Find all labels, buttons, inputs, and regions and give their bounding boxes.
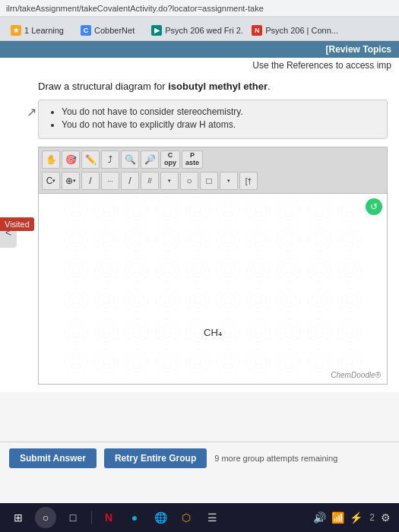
extra-app-icon: ⬡ [182,511,191,524]
double-bond-button[interactable]: // [141,172,159,190]
taskbar-app-extra[interactable]: ⬡ [176,507,197,528]
chemdoodle-watermark: ChemDoodle® [331,371,381,379]
tab-icon-psych206wed: ▶ [151,25,162,36]
task-view-icon: □ [70,511,76,524]
lasso-tool-button[interactable]: ⤴ [101,150,119,169]
taskbar-app-files[interactable]: ☰ [201,507,223,528]
submit-answer-button[interactable]: Submit Answer [9,448,97,468]
task-view-button[interactable]: □ [61,507,85,528]
ring-dropdown-button[interactable]: ▾ [220,172,238,190]
dashed-bond-button[interactable]: ··· [101,172,119,190]
refresh-symbol: ↺ [370,201,378,212]
tab-psych206conn[interactable]: N Psych 206 | Conn... [244,21,343,40]
tab-learning[interactable]: ★ 1 Learning [3,21,71,40]
instruction-2: You do not have to explicitly draw H ato… [62,119,376,130]
references-text: Use the References to access imp [252,60,391,71]
paste-button[interactable]: Paste [182,150,203,169]
taskbar-app-cortana[interactable]: ● [124,507,145,528]
main-content: [Review Topics Use the References to acc… [0,41,399,503]
chrome-icon: 🌐 [154,511,167,524]
tab-label-learning: 1 Learning [24,26,64,35]
svg-rect-3 [61,194,365,384]
retry-group-button[interactable]: Retry Entire Group [104,448,207,468]
zoom-out-button[interactable]: 🔎 [141,150,159,169]
start-icon: ⊞ [14,511,23,524]
atom-tool-button[interactable]: 🎯 [62,150,80,169]
tab-icon-learning: ★ [11,25,21,36]
drawing-canvas[interactable]: ↺ CH₄ ChemDoodle® [39,194,387,384]
copy-button[interactable]: Copy [160,150,180,169]
start-button[interactable]: ⊞ [6,507,30,528]
tab-icon-cobbernet: C [81,25,91,36]
square-ring-button[interactable]: □ [200,172,218,190]
bond-slash-button[interactable]: / [121,172,139,190]
compound-name: isobutyl methyl ether [168,81,268,92]
bottom-bar: Submit Answer Retry Entire Group 9 more … [0,442,399,474]
url-text: ilrn/takeAssignment/takeCovalentActivity… [6,4,264,13]
settings-icon[interactable]: ⚙ [378,510,393,525]
bracket-button[interactable]: [† [239,172,258,190]
taskbar-app-netflix[interactable]: N [98,507,119,528]
taskbar-number: 2 [369,512,375,523]
attempts-remaining-text: 9 more group attempts remaining [214,454,337,463]
tab-label-psych206wed: Psych 206 wed Fri 2... [165,26,242,35]
visited-badge: Visited [0,217,34,231]
instruction-1: You do not have to consider stereochemis… [62,106,376,117]
circle-ring-button[interactable]: ○ [180,172,198,190]
taskbar-search-icon: ○ [43,511,49,524]
address-bar: ilrn/takeAssignment/takeCovalentActivity… [0,0,399,17]
carbon-dropdown-button[interactable]: C▾ [42,172,60,190]
question-text: Draw a structural diagram for isobutyl m… [38,81,388,92]
single-bond-button[interactable]: / [81,172,100,190]
tab-icon-psych206conn: N [252,25,262,36]
instructions-arrow-icon: ↗ [27,105,36,119]
taskbar-separator [91,511,92,524]
content-area: Visited < Draw a structural diagram for … [0,73,399,392]
instructions-box: ↗ You do not have to consider stereochem… [38,100,388,139]
review-bar[interactable]: [Review Topics [0,41,399,58]
tab-label-cobbernet: CobberNet [94,26,135,35]
tab-bar: ★ 1 Learning C CobberNet ▶ Psych 206 wed… [0,17,399,41]
taskbar-search-button[interactable]: ○ [35,507,56,528]
tab-label-psych206conn: Psych 206 | Conn... [265,26,338,35]
refresh-icon[interactable]: ↺ [366,198,382,215]
battery-icon[interactable]: ⚡ [348,510,363,525]
toolbar-row-2: C▾ ⊕▾ / ··· / // ▾ ○ □ ▾ [† [39,170,387,194]
taskbar-right: 🔊 📶 ⚡ 2 ⚙ [312,510,393,525]
zoom-in-button[interactable]: 🔍 [121,150,139,169]
add-button[interactable]: ⊕▾ [62,172,80,190]
eraser-tool-button[interactable]: ✏️ [81,150,100,169]
network-icon[interactable]: 📶 [330,510,345,525]
tab-psych206wed[interactable]: ▶ Psych 206 wed Fri 2... [144,21,242,40]
review-label: [Review Topics [326,44,391,55]
canvas-background-svg [39,194,387,384]
files-icon: ☰ [207,511,217,524]
references-bar: Use the References to access imp [0,58,399,73]
chemdoodle-area: ✋ 🎯 ✏️ ⤴ 🔍 🔎 Copy Paste C▾ ⊕▾ / ··· / //… [38,147,388,385]
tab-cobbernet[interactable]: C CobberNet [73,21,142,40]
instructions-list: You do not have to consider stereochemis… [49,106,376,130]
netflix-icon: N [105,511,112,524]
taskbar-app-chrome[interactable]: 🌐 [150,507,171,528]
bond-dropdown-button[interactable]: ▾ [160,172,179,190]
molecule-label: CH₄ [204,327,222,338]
toolbar-row-1: ✋ 🎯 ✏️ ⤴ 🔍 🔎 Copy Paste [39,147,387,170]
cortana-icon: ● [131,511,138,524]
hand-tool-button[interactable]: ✋ [42,150,60,169]
taskbar: ⊞ ○ □ N ● 🌐 ⬡ ☰ 🔊 📶 ⚡ 2 ⚙ [0,503,399,532]
volume-icon[interactable]: 🔊 [312,510,327,525]
